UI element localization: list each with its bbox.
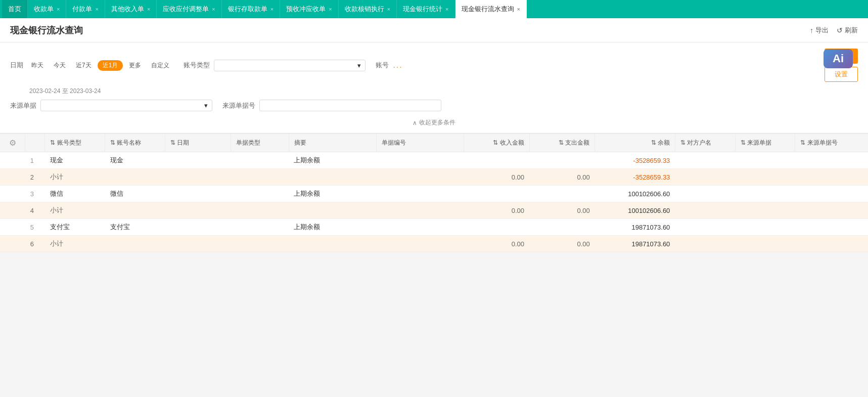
account-group: 账号 ... xyxy=(376,61,402,70)
filter-area: 日期 昨天 今天 近7天 近1月 更多 自定义 账号类型 ▾ 账号 ... xyxy=(0,42,868,134)
col-date: ⇅ 日期 xyxy=(165,134,231,152)
row-balance: 100102606.60 xyxy=(595,202,675,219)
account-type-select[interactable]: ▾ xyxy=(214,60,366,71)
row-counterpart xyxy=(675,152,735,169)
nav-tab-7[interactable]: 现金银行统计 × xyxy=(397,0,455,18)
nav-tab-5[interactable]: 预收冲应收单 × xyxy=(280,0,338,18)
row-date xyxy=(165,152,231,169)
nav-tab-1[interactable]: 付款单 × xyxy=(66,0,105,18)
date-custom[interactable]: 自定义 xyxy=(147,60,173,71)
col-gear[interactable]: ⚙ xyxy=(0,134,25,152)
date-filter-group: 日期 昨天 今天 近7天 近1月 更多 自定义 xyxy=(10,60,173,71)
row-balance: 100102606.60 xyxy=(595,186,675,202)
close-icon[interactable]: × xyxy=(387,6,390,12)
row-gear xyxy=(0,219,25,236)
col-source-no: ⇅ 来源单据号 xyxy=(795,134,868,152)
col-num xyxy=(25,134,45,152)
row-num: 6 xyxy=(25,236,45,252)
row-num: 2 xyxy=(25,169,45,186)
close-icon[interactable]: × xyxy=(329,6,332,12)
row-counterpart xyxy=(675,169,735,186)
close-icon[interactable]: × xyxy=(57,6,60,12)
refresh-button[interactable]: ↺ 刷新 xyxy=(837,26,858,35)
source-doc-select[interactable]: ▾ xyxy=(40,100,212,111)
collapse-label: 收起更多条件 xyxy=(419,118,455,127)
close-icon[interactable]: × xyxy=(517,6,520,12)
col-source-doc: ⇅ 来源单据 xyxy=(735,134,795,152)
row-balance: 19871073.60 xyxy=(595,236,675,252)
row-gear xyxy=(0,236,25,252)
row-num: 5 xyxy=(25,219,45,236)
col-expense: ⇅ 支出金额 xyxy=(529,134,595,152)
close-icon[interactable]: × xyxy=(95,6,98,12)
table-row: 3 微信 微信 上期余额 100102606.60 xyxy=(0,186,868,202)
row-doc-type xyxy=(231,169,289,186)
row-account-name: 现金 xyxy=(105,152,165,169)
row-expense xyxy=(529,152,595,169)
date-more[interactable]: 更多 xyxy=(125,60,145,71)
nav-tab-8[interactable]: 现金银行流水查询 × xyxy=(455,0,527,18)
nav-tab-3[interactable]: 应收应付调整单 × xyxy=(157,0,221,18)
date-yesterday[interactable]: 昨天 xyxy=(27,60,48,71)
close-icon[interactable]: × xyxy=(147,6,150,12)
row-date xyxy=(165,236,231,252)
row-income xyxy=(464,186,529,202)
nav-tab-0[interactable]: 收款单 × xyxy=(28,0,66,18)
row-expense xyxy=(529,219,595,236)
row-doc-no xyxy=(376,169,464,186)
row-date xyxy=(165,202,231,219)
col-counterpart: ⇅ 对方户名 xyxy=(675,134,735,152)
row-summary xyxy=(289,169,376,186)
source-doc-no-input[interactable] xyxy=(259,100,441,111)
row-source-doc xyxy=(735,236,795,252)
nav-home[interactable]: 首页 xyxy=(2,0,28,18)
nav-tab-2[interactable]: 其他收入单 × xyxy=(105,0,157,18)
settings-button[interactable]: 设置 xyxy=(825,67,858,82)
row-income xyxy=(464,219,529,236)
row-balance: -3528659.33 xyxy=(595,152,675,169)
nav-tab-6[interactable]: 收款核销执行 × xyxy=(339,0,397,18)
row-expense: 0.00 xyxy=(529,169,595,186)
collapse-bar[interactable]: ∧ 收起更多条件 xyxy=(10,116,858,129)
col-account-name: ⇅ 账号名称 xyxy=(105,134,165,152)
row-summary: 上期余额 xyxy=(289,152,376,169)
nav-tab-4[interactable]: 银行存取款单 × xyxy=(222,0,280,18)
close-icon[interactable]: × xyxy=(212,6,215,12)
row-source-no xyxy=(795,219,868,236)
table-body: 1 现金 现金 上期余额 -3528659.33 2 小计 0.00 0.00 … xyxy=(0,152,868,252)
row-gear xyxy=(0,169,25,186)
table-row: 1 现金 现金 上期余额 -3528659.33 xyxy=(0,152,868,169)
table-header-row: ⚙ ⇅ 账号类型 ⇅ 账号名称 ⇅ 日期 单据类型 摘要 单据编号 ⇅ 收入金额 xyxy=(0,134,868,152)
row-account-type: 小计 xyxy=(45,202,105,219)
ai-button[interactable]: Ai xyxy=(824,49,853,68)
refresh-icon: ↺ xyxy=(837,26,843,34)
account-label: 账号 xyxy=(376,61,389,70)
col-doc-no: 单据编号 xyxy=(376,134,464,152)
col-account-type: ⇅ 账号类型 xyxy=(45,134,105,152)
row-num: 3 xyxy=(25,186,45,202)
date-7days[interactable]: 近7天 xyxy=(72,60,96,71)
data-table: ⚙ ⇅ 账号类型 ⇅ 账号名称 ⇅ 日期 单据类型 摘要 单据编号 ⇅ 收入金额 xyxy=(0,134,868,252)
row-counterpart xyxy=(675,202,735,219)
row-account-name xyxy=(105,202,165,219)
close-icon[interactable]: × xyxy=(270,6,273,12)
row-account-name: 微信 xyxy=(105,186,165,202)
date-1month[interactable]: 近1月 xyxy=(98,60,123,71)
export-icon: ↑ xyxy=(810,26,813,34)
row-counterpart xyxy=(675,236,735,252)
date-today[interactable]: 今天 xyxy=(50,60,70,71)
date-shortcuts: 昨天 今天 近7天 近1月 更多 自定义 xyxy=(27,60,173,71)
row-source-doc xyxy=(735,219,795,236)
account-type-group: 账号类型 ▾ xyxy=(184,60,366,71)
page-header: 现金银行流水查询 ↑ 导出 ↺ 刷新 xyxy=(0,18,868,42)
row-gear xyxy=(0,202,25,219)
table-row: 4 小计 0.00 0.00 100102606.60 xyxy=(0,202,868,219)
account-dots-button[interactable]: ... xyxy=(393,61,402,70)
row-summary: 上期余额 xyxy=(289,219,376,236)
filter-row-1: 日期 昨天 今天 近7天 近1月 更多 自定义 账号类型 ▾ 账号 ... xyxy=(10,49,858,82)
row-doc-no xyxy=(376,202,464,219)
export-button[interactable]: ↑ 导出 xyxy=(810,26,829,35)
page-title: 现金银行流水查询 xyxy=(10,24,83,36)
close-icon[interactable]: × xyxy=(445,6,448,12)
row-gear xyxy=(0,152,25,169)
